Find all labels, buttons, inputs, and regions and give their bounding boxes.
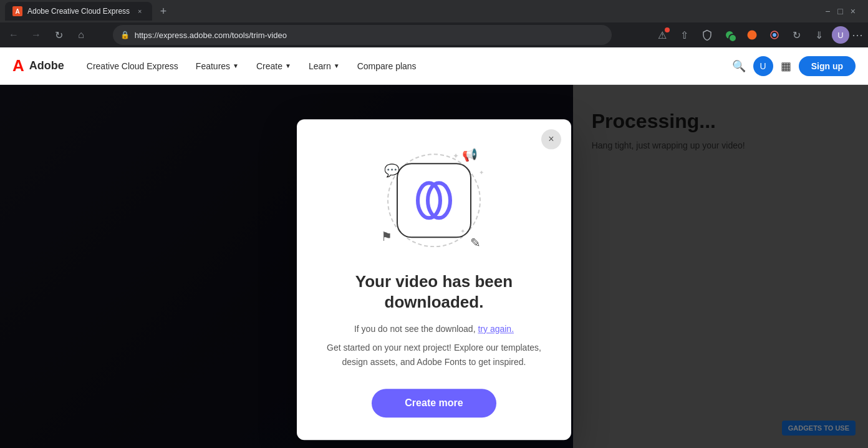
tab-title: Adobe Creative Cloud Express [27, 7, 130, 16]
url-bar[interactable]: 🔒 https://express.adobe.com/tools/trim-v… [113, 25, 612, 45]
signup-button[interactable]: Sign up [799, 56, 856, 76]
download-icon[interactable]: ⇓ [809, 25, 829, 45]
cc-logo-inner [397, 163, 471, 238]
cc-logo-illustration: 📢 💬 ⚑ ✎ ✦ ✦ ✦ [378, 144, 490, 256]
star-decoration-3: ✦ [460, 228, 465, 235]
modal-title: Your video has been downloaded. [322, 271, 546, 312]
flag-icon: ⚑ [381, 229, 392, 244]
search-icon[interactable]: 🔍 [732, 59, 746, 73]
forward-button[interactable]: → [27, 26, 45, 44]
nav-links: Creative Cloud Express Features ▼ Create… [79, 56, 732, 76]
brave-icon[interactable] [742, 25, 762, 45]
share-icon[interactable]: ⇧ [675, 25, 695, 45]
brave-color-icon[interactable] [764, 25, 784, 45]
active-tab[interactable]: A Adobe Creative Cloud Express × [5, 2, 152, 21]
green-dot-icon[interactable] [720, 25, 740, 45]
adobe-navbar: A Adobe Creative Cloud Express Features … [0, 47, 868, 85]
star-decoration-1: ✦ [453, 152, 459, 160]
nav-learn[interactable]: Learn ▼ [301, 56, 347, 76]
window-controls: − □ × [825, 6, 863, 16]
create-chevron: ▼ [285, 62, 291, 69]
extensions-icon[interactable]: ⚠ [652, 25, 672, 45]
sync-icon[interactable]: ↻ [787, 25, 807, 45]
adobe-logo: A Adobe [12, 56, 64, 75]
apps-grid-icon[interactable]: ▦ [781, 59, 791, 73]
nav-creative-cloud-express[interactable]: Creative Cloud Express [79, 56, 186, 76]
tab-close-button[interactable]: × [135, 6, 145, 16]
create-more-button[interactable]: Create more [372, 389, 496, 418]
megaphone-icon: 📢 [462, 147, 478, 162]
tab-bar: A Adobe Creative Cloud Express × + − □ × [0, 0, 868, 22]
modal-body-explore: Get started on your next project! Explor… [322, 341, 546, 369]
minimize-button[interactable]: − [825, 6, 830, 16]
success-modal: × 📢 💬 ⚑ ✎ ✦ ✦ ✦ Your vi [297, 119, 571, 440]
toolbar-icons: ⚠ ⇧ ↻ ⇓ U ⋯ [652, 25, 863, 45]
svg-point-0 [747, 31, 756, 40]
learn-chevron: ▼ [334, 62, 340, 69]
modal-body-download: If you do not see the download, try agai… [354, 322, 514, 336]
home-button[interactable]: ⌂ [72, 26, 90, 44]
try-again-link[interactable]: try again. [478, 324, 514, 334]
maximize-button[interactable]: □ [837, 6, 842, 16]
star-decoration-2: ✦ [479, 169, 484, 176]
profile-avatar[interactable]: U [832, 26, 849, 44]
new-tab-button[interactable]: + [155, 2, 172, 20]
more-options-button[interactable]: ⋯ [852, 28, 863, 42]
user-avatar[interactable]: U [753, 56, 773, 76]
pencil-icon: ✎ [470, 235, 481, 250]
nav-features[interactable]: Features ▼ [188, 56, 246, 76]
adobe-wordmark: Adobe [29, 59, 64, 72]
cc-rings-svg [409, 175, 459, 225]
modal-close-button[interactable]: × [541, 129, 561, 149]
features-chevron: ▼ [233, 62, 239, 69]
close-window-button[interactable]: × [851, 6, 856, 16]
lock-icon: 🔒 [120, 31, 130, 39]
brave-shields-icon[interactable] [697, 25, 717, 45]
nav-right: 🔍 U ▦ Sign up [732, 56, 856, 76]
app-container: A Adobe Creative Cloud Express Features … [0, 47, 868, 448]
back-button[interactable]: ← [5, 26, 22, 44]
chat-icon: 💬 [384, 163, 400, 178]
nav-compare-plans[interactable]: Compare plans [350, 56, 424, 76]
address-bar: ← → ↻ ⌂ 🔒 https://express.adobe.com/tool… [0, 22, 868, 47]
svg-point-2 [773, 33, 776, 37]
nav-create[interactable]: Create ▼ [249, 56, 299, 76]
url-text: https://express.adobe.com/tools/trim-vid… [135, 31, 604, 40]
tab-favicon: A [12, 6, 22, 16]
refresh-button[interactable]: ↻ [50, 26, 67, 44]
adobe-a-logo: A [12, 56, 24, 75]
browser-chrome: A Adobe Creative Cloud Express × + − □ ×… [0, 0, 868, 47]
